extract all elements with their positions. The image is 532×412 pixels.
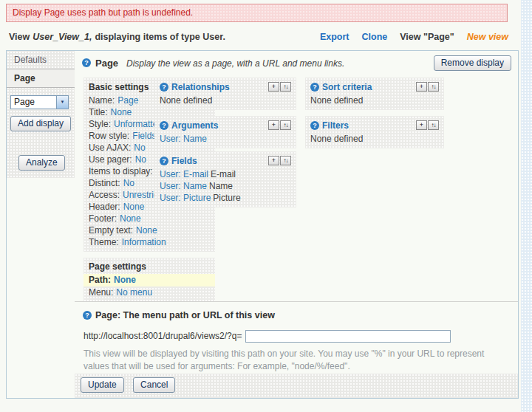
- theme-background-strip: [521, 0, 532, 412]
- setting-label: Theme:: [89, 237, 119, 247]
- path-value-link[interactable]: None: [114, 275, 136, 285]
- fields-box: ? Fields + ↑↓ User: E-mailE-mail User: N…: [154, 151, 296, 207]
- form-buttons-strip: Update Cancel: [75, 374, 518, 398]
- setting-label: Title:: [89, 107, 108, 117]
- analyze-button[interactable]: Analyze: [18, 155, 65, 171]
- setting-label: Empty text:: [89, 225, 133, 236]
- field-item-label: Name: [209, 181, 233, 191]
- setting-row-footer: Footer:None: [89, 213, 210, 224]
- display-tabs-sidebar: Defaults Page Page ▼ Add display Analyze: [7, 51, 75, 178]
- view-page-label[interactable]: View "Page": [400, 32, 454, 42]
- path-form-title: Page: The menu path or URL of this view: [95, 310, 275, 320]
- sort-criteria-title-link[interactable]: Sort criteria: [322, 82, 372, 92]
- setting-label: Footer:: [89, 213, 117, 224]
- help-icon[interactable]: ?: [82, 58, 91, 67]
- add-icon[interactable]: +: [416, 120, 427, 130]
- setting-value-link[interactable]: None: [123, 202, 145, 212]
- help-icon[interactable]: ?: [160, 157, 168, 165]
- setting-value-link[interactable]: No: [134, 143, 145, 153]
- menu-value-link[interactable]: No menu: [116, 287, 152, 298]
- view-summary-suffix: displaying items of type User.: [95, 32, 225, 42]
- relationships-controls: + ↑↓: [268, 82, 291, 92]
- setting-label: Style:: [89, 119, 111, 129]
- display-description: Display the view as a page, with a URL a…: [126, 58, 344, 69]
- update-button[interactable]: Update: [81, 377, 124, 393]
- arguments-title-link[interactable]: Arguments: [171, 120, 218, 131]
- fields-controls: + ↑↓: [268, 156, 291, 165]
- argument-item: User: Name: [160, 133, 291, 145]
- views-admin-page: Display Page uses path but path is undef…: [0, 0, 532, 412]
- export-link[interactable]: Export: [320, 32, 349, 42]
- sort-criteria-empty-text: None defined: [310, 95, 439, 106]
- setting-label: Use pager:: [89, 154, 132, 165]
- argument-item-link[interactable]: User: Name: [160, 134, 207, 144]
- add-icon[interactable]: +: [268, 120, 279, 130]
- help-icon[interactable]: ?: [160, 83, 168, 92]
- field-item: User: PicturePicture: [160, 192, 291, 204]
- setting-value-link[interactable]: No: [135, 154, 146, 165]
- tab-defaults[interactable]: Defaults: [7, 51, 75, 69]
- clone-link[interactable]: Clone: [362, 32, 388, 42]
- page-settings-box: Page settings Path:None Menu:No menu: [83, 258, 215, 301]
- display-type-select[interactable]: Page ▼: [10, 95, 69, 109]
- filters-title-link[interactable]: Filters: [322, 120, 349, 131]
- filters-box: ? Filters + ↑↓ None defined: [305, 116, 444, 148]
- field-item-label: E-mail: [211, 169, 236, 179]
- setting-value-link[interactable]: Page: [117, 95, 138, 106]
- setting-label: Access:: [89, 190, 120, 200]
- fields-title-link[interactable]: Fields: [171, 156, 197, 166]
- help-icon[interactable]: ?: [83, 311, 92, 320]
- chevron-down-icon: ▼: [56, 96, 68, 109]
- view-title-bar: ViewUser_View_1,displaying items of type…: [9, 32, 522, 45]
- setting-row-empty-text: Empty text:None: [89, 224, 210, 236]
- rearrange-icon[interactable]: ↑↓: [280, 82, 291, 92]
- field-item-link[interactable]: User: Name: [160, 181, 207, 191]
- add-icon[interactable]: +: [416, 82, 427, 92]
- setting-value-link[interactable]: Information: [122, 237, 166, 247]
- setting-value-link[interactable]: No: [123, 178, 134, 188]
- url-prefix-label: http://localhost:8001/drupal6/views2/?q=: [83, 331, 242, 341]
- setting-label: Name:: [89, 95, 115, 106]
- new-view-link[interactable]: New view: [467, 32, 508, 42]
- path-form-description: This view will be displayed by visiting …: [83, 348, 512, 373]
- setting-value-link[interactable]: None: [136, 225, 157, 236]
- rearrange-icon[interactable]: ↑↓: [280, 156, 291, 165]
- fields-header: ? Fields + ↑↓: [160, 155, 291, 166]
- rearrange-icon[interactable]: ↑↓: [428, 82, 439, 92]
- help-icon[interactable]: ?: [310, 83, 319, 92]
- filters-controls: + ↑↓: [416, 120, 439, 130]
- display-type-selected-value: Page: [14, 97, 35, 107]
- rearrange-icon[interactable]: ↑↓: [280, 120, 291, 130]
- setting-label: Path:: [89, 275, 111, 285]
- setting-label: Items to display:: [89, 166, 153, 176]
- display-settings-header: ? Page Display the view as a page, with …: [75, 51, 518, 75]
- setting-row-menu: Menu:No menu: [89, 286, 210, 298]
- sort-criteria-controls: + ↑↓: [416, 82, 439, 92]
- field-item-label: Picture: [213, 193, 240, 203]
- field-item-link[interactable]: User: Picture: [160, 193, 211, 203]
- path-input[interactable]: [245, 330, 451, 343]
- setting-value-link[interactable]: Fields: [132, 131, 156, 141]
- setting-value-link[interactable]: None: [120, 213, 141, 224]
- cancel-button[interactable]: Cancel: [133, 377, 175, 393]
- remove-display-button[interactable]: Remove display: [434, 55, 511, 71]
- setting-row-path: Path:None: [83, 274, 215, 286]
- relationships-empty-text: None defined: [160, 95, 291, 106]
- rearrange-icon[interactable]: ↑↓: [428, 120, 439, 130]
- add-icon[interactable]: +: [268, 82, 279, 92]
- tab-page[interactable]: Page: [7, 69, 75, 88]
- field-item: User: E-mailE-mail: [160, 168, 291, 180]
- help-icon[interactable]: ?: [160, 121, 168, 130]
- help-icon[interactable]: ?: [310, 121, 319, 130]
- setting-label: Row style:: [89, 131, 129, 141]
- path-url-row: http://localhost:8001/drupal6/views2/?q=: [83, 330, 451, 343]
- setting-label: Header:: [89, 202, 120, 212]
- add-icon[interactable]: +: [268, 156, 279, 165]
- arguments-box: ? Arguments + ↑↓ User: Name: [154, 116, 296, 148]
- view-name: User_View_1,: [33, 32, 92, 42]
- relationships-box: ? Relationships + ↑↓ None defined: [154, 78, 296, 110]
- relationships-title-link[interactable]: Relationships: [171, 82, 230, 92]
- field-item-link[interactable]: User: E-mail: [160, 169, 208, 179]
- setting-value-link[interactable]: None: [111, 107, 132, 117]
- add-display-button[interactable]: Add display: [10, 116, 71, 131]
